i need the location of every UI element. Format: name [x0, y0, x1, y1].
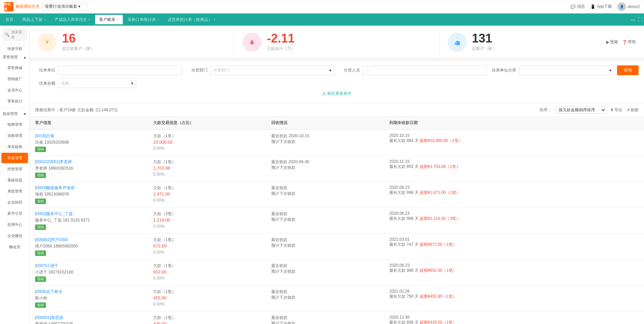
user-avatar-btn[interactable]: 👤 demo2	[617, 2, 640, 11]
tab-purchase-stats-close[interactable]: ×	[214, 18, 216, 22]
filter-dept-select[interactable]: 分管部门 ▾	[210, 66, 334, 75]
customer-name-link[interactable]: [0007]小进干	[35, 263, 58, 268]
filter-unit-category-label: 往来单位分类	[492, 67, 516, 73]
last-payment: 最近收款 2020-10-15	[271, 133, 389, 139]
sidebar-item-batch-mgmt[interactable]: 批发管理 ▼	[0, 109, 29, 119]
filter-from-unit-input[interactable]: ···	[58, 66, 182, 75]
filter-unit-category-select[interactable]: ▾	[519, 66, 614, 75]
recovery-cell: 最近收款 预计下次收款	[271, 263, 389, 274]
overdue-amount-link[interactable]: 超期¥1,471.00（1笔）	[420, 190, 460, 195]
sidebar-item-system[interactable]: 系统管理	[1, 186, 28, 197]
customer-badge: 现销	[35, 173, 46, 178]
tab-products[interactable]: 商品上下架 ×	[18, 15, 50, 24]
customer-name-link[interactable]: [000001]黄思源	[35, 315, 63, 320]
due-date-cell: 2020.11.15 最长欠款 853 天 超期¥1,703.68（1笔）	[389, 159, 639, 170]
sidebar-search[interactable]: 🔍 搜索菜单	[0, 26, 29, 44]
overdue-amount-link[interactable]: 超期¥429.00（1笔）	[420, 320, 457, 324]
stat-icon-debt-customers: ¥	[38, 33, 57, 52]
sidebar-item-member-center[interactable]: 会员中心	[1, 85, 28, 95]
tab-customer-account-close[interactable]: ×	[117, 18, 119, 22]
debt-amount-link[interactable]: 455.90	[153, 295, 167, 300]
customer-name-link[interactable]: [0003]畅捷服务尹海燕	[35, 185, 75, 190]
customer-name-link[interactable]: [0001020001]李老师	[35, 159, 72, 164]
customer-contact: 李老师 18600391516	[35, 166, 153, 171]
next-payment: 预计下次收款	[271, 269, 389, 274]
overdue-amount-link[interactable]: 超期¥1,214.00（3笔）	[420, 216, 460, 221]
table-row: [0006]去下粮仓 陈小帅 现销 欠款（1笔） 455.90 0.00% 最近…	[30, 286, 644, 312]
sidebar-item-marketing[interactable]: 营销推广	[1, 74, 28, 84]
debt-amount-link[interactable]: 672.00	[153, 243, 167, 248]
sidebar-item-operations[interactable]: 经营管理	[1, 164, 28, 174]
customer-name-link[interactable]: [0016]吕俊	[35, 134, 54, 138]
export-btn[interactable]: ⬆ 导出	[610, 107, 622, 113]
sort-select[interactable]: 按欠款金额倒序排序 按欠款金额正序排序	[556, 106, 606, 114]
company-selector[interactable]: 母婴行业演示账套 ▾	[43, 3, 87, 10]
video-link[interactable]: ▶ 视频	[606, 39, 618, 45]
app-download-btn[interactable]: 📱 App下载	[590, 4, 612, 9]
filter-balance-select[interactable]: 选择... ▾	[58, 79, 136, 88]
tab-products-close[interactable]: ×	[44, 18, 46, 22]
overdue-amount-link[interactable]: 超期¥672.00（1笔）	[420, 242, 457, 247]
tab-production-close[interactable]: ×	[88, 18, 90, 22]
overdue-amount-link[interactable]: 超期¥652.00（1笔）	[420, 268, 457, 273]
sidebar-item-inventory[interactable]: 库存核算	[1, 142, 28, 152]
filter-from-unit: 往来单位 ···	[35, 66, 182, 75]
sidebar-item-retail-stats[interactable]: 零售统计	[1, 96, 28, 107]
sidebar-item-purchase[interactable]: 采购管理	[1, 130, 28, 141]
next-payment: 预计下次收款	[271, 321, 389, 324]
debt-amount-link[interactable]: 1,471.00	[153, 192, 170, 197]
tab-purchase-order[interactable]: 采购订单统计表 ×	[123, 15, 163, 24]
tab-home[interactable]: 首页	[1, 15, 18, 24]
sidebar-quick-nav[interactable]: 快捷导航	[0, 44, 29, 52]
customer-contact: 吕俊 13026203696	[35, 140, 153, 145]
table-row: [0016]吕俊 吕俊 13026203696 现销 欠款（1笔） 10,000…	[30, 130, 644, 156]
search-button[interactable]: 查询	[617, 65, 639, 75]
overdue-amount-link[interactable]: 超期¥1,703.68（1笔）	[420, 164, 460, 169]
message-btn[interactable]: 💬 消息	[570, 4, 585, 9]
sidebar-item-vip[interactable]: 畅会员	[1, 242, 28, 252]
sidebar-item-enterprise[interactable]: 企业协同	[1, 197, 28, 208]
debt-amount-link[interactable]: 10,000.00	[153, 140, 173, 145]
debt-amount-link[interactable]: 1,703.68	[153, 166, 170, 171]
tab-purchase-stats[interactable]: 进货单统计表（按商品） ×	[164, 15, 220, 24]
filter-person-input[interactable]: ···	[363, 66, 486, 75]
customer-name-link[interactable]: [000002]用户2050	[35, 237, 68, 242]
debt-info-cell: 欠款（1笔） 10,000.00 0.00%	[153, 133, 271, 151]
tab-customer-account[interactable]: 客户账本 ×	[95, 15, 123, 24]
help-link[interactable]: ❓ 帮助	[622, 39, 636, 45]
overdue-amount-link[interactable]: 超期¥10,000.00（1笔）	[420, 138, 463, 143]
sidebar-item-finance[interactable]: 资金管理	[1, 153, 28, 163]
stat-top-right-links: ▶ 视频 ❓ 帮助	[606, 39, 636, 45]
debt-count: 欠款（1笔）	[153, 263, 271, 269]
minimize-icon[interactable]: —	[631, 17, 635, 22]
collapse-filter-btn[interactable]: ⋀ 收起更多条件	[35, 88, 639, 99]
customer-name-link[interactable]: [0002]服务中心_丁磊	[35, 211, 73, 216]
tab-production[interactable]: 产成品入库单历史 ×	[51, 15, 94, 24]
debt-amount-link[interactable]: 652.00	[153, 269, 167, 274]
th-debt-info: 欠款交易信息（占比）	[153, 120, 271, 126]
due-date-cell: 2021.02.26 最长欠款 750 天 超期¥455.90（1笔）	[389, 289, 639, 299]
tab-purchase-order-close[interactable]: ×	[157, 18, 159, 22]
recovery-cell: 最近收款 预计下次收款	[271, 211, 389, 223]
maximize-icon[interactable]: ⛶	[638, 17, 643, 22]
debt-amount-link[interactable]: 429.00	[153, 321, 167, 324]
customer-badge: 现销	[35, 302, 46, 308]
last-payment: 最近收款	[271, 211, 389, 217]
overdue-amount-link[interactable]: 超期¥455.90（1笔）	[420, 294, 457, 299]
customer-info-cell: [000001]黄思源 黄思源 13552700226 现销	[35, 315, 153, 324]
sidebar-item-app-center[interactable]: 应用中心	[1, 219, 28, 230]
filter-balance: 往来余额 选择... ▾	[35, 79, 136, 88]
customer-name-link[interactable]: [0006]去下粮仓	[35, 289, 62, 294]
sidebar-item-ecommerce[interactable]: 电商管理	[1, 119, 28, 130]
sidebar-item-basic-info[interactable]: 基础信息	[1, 175, 28, 185]
sidebar-item-wechat[interactable]: 企业微信	[1, 231, 28, 241]
sidebar-item-retail-mgmt[interactable]: 零售管理 ▲	[0, 52, 29, 62]
refresh-btn[interactable]: ↺ 刷新	[626, 107, 639, 113]
sidebar-item-new-guide[interactable]: 新手引导	[1, 208, 28, 219]
chevron-icon-2: ▼	[23, 112, 27, 116]
sidebar-item-retail-shop[interactable]: 零售商城	[1, 63, 28, 73]
overdue-info: 最长欠款 998 天 超期¥1,214.00（3笔）	[389, 216, 639, 222]
chevron-down-icon-cat: ▾	[609, 68, 611, 73]
search-box[interactable]: 🔍 搜索菜单	[2, 28, 27, 41]
debt-amount-link[interactable]: 1,214.00	[153, 217, 170, 223]
